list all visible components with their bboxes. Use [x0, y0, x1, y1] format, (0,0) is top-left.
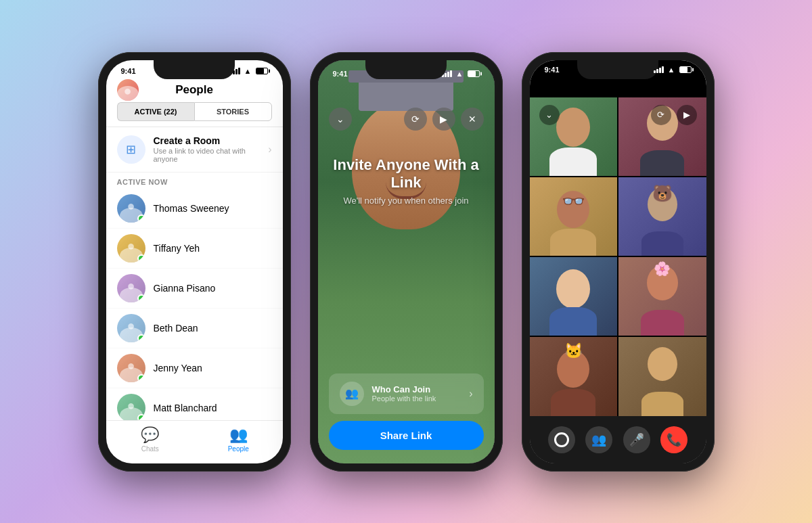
contact-item[interactable]: Beth Dean: [106, 309, 283, 348]
invite-screen: 9:41 ▲: [318, 60, 495, 463]
camera-shutter-icon: [554, 432, 569, 447]
close-button[interactable]: ✕: [461, 108, 484, 131]
time-2: 9:41: [333, 70, 348, 78]
avatar-beth: [117, 314, 145, 342]
notch-2: [365, 60, 447, 79]
active-dot: [137, 214, 145, 223]
video-cell-4: [618, 177, 706, 256]
room-text: Create a Room Use a link to video chat w…: [154, 135, 261, 163]
people-screen: 9:41 ▲: [106, 60, 283, 463]
back-button[interactable]: ⌄: [329, 108, 352, 131]
invite-subtitle: We'll notify you when others join: [343, 196, 468, 206]
microphone-icon: 🎤: [629, 432, 644, 447]
contact-item[interactable]: Tiffany Yeh: [106, 229, 283, 269]
notch-1: [154, 60, 235, 79]
contact-name: Beth Dean: [154, 323, 198, 334]
tab-stories[interactable]: STORIES: [194, 102, 272, 121]
active-dot: [137, 294, 145, 302]
avatar-gianna: [117, 274, 145, 302]
end-call-icon: 📞: [667, 432, 681, 447]
battery-icon: [256, 68, 268, 74]
phone-1: 9:41 ▲: [98, 52, 291, 472]
tab-row: ACTIVE (22) STORIES: [117, 102, 272, 121]
status-icons-3: ▲: [654, 66, 692, 74]
contact-name: Gianna Pisano: [154, 283, 216, 294]
invite-overlay: 9:41 ▲: [318, 60, 495, 463]
active-dot: [137, 374, 145, 382]
chevron-down-icon: ⌄: [336, 114, 344, 124]
video-cell-6: [618, 257, 706, 336]
create-room-item[interactable]: ⊞ Create a Room Use a link to video chat…: [106, 127, 283, 173]
people-icon-call: 👥: [591, 432, 606, 447]
close-icon: ✕: [468, 114, 476, 124]
who-can-join[interactable]: 👥 Who Can Join People with the link ›: [329, 373, 484, 414]
battery-icon-3: [679, 66, 692, 73]
people-icon: 👥: [229, 426, 248, 444]
active-dot: [137, 254, 145, 263]
time-1: 9:41: [121, 67, 136, 75]
call-controls: 👥 🎤 📞: [530, 416, 706, 463]
join-text: Who Can Join People with the link: [372, 384, 461, 403]
video-grid: [530, 97, 706, 416]
phone-3: 9:41 ▲ ⌄: [522, 52, 715, 472]
phone-2: 9:41 ▲: [310, 52, 503, 472]
end-call-button[interactable]: 📞: [660, 426, 687, 453]
video-icon: ▶: [440, 114, 447, 124]
share-link-button[interactable]: Share Link: [329, 421, 484, 450]
chats-label: Chats: [141, 445, 159, 453]
join-subtitle: People with the link: [372, 394, 461, 403]
video-cell-1: [530, 97, 618, 176]
top-btn-row: ⟳ ▶ ✕: [404, 108, 484, 131]
chevron-icon: ›: [268, 143, 271, 156]
people-header: People ACTIVE (22) STORIES: [106, 78, 283, 127]
people-list: ⊞ Create a Room Use a link to video chat…: [106, 127, 283, 420]
contact-name: Thomas Sweeney: [154, 203, 229, 214]
user-avatar[interactable]: [117, 79, 139, 101]
tab-active[interactable]: ACTIVE (22): [117, 102, 194, 121]
room-subtitle: Use a link to video chat with anyone: [154, 147, 261, 163]
contact-name: Jenny Yean: [154, 363, 202, 373]
chats-icon: 💬: [141, 426, 159, 444]
status-icons-2: ▲: [442, 70, 480, 78]
phone-1-screen: 9:41 ▲: [106, 60, 283, 463]
invite-bottom: 👥 Who Can Join People with the link › Sh…: [318, 365, 495, 463]
invite-text-area: Invite Anyone With a Link We'll notify y…: [318, 136, 495, 365]
join-people-icon: 👥: [340, 382, 364, 406]
camera-flip-icon: ⟳: [411, 114, 420, 124]
phone-3-screen: 9:41 ▲ ⌄: [530, 60, 706, 463]
section-label-active: ACTIVE NOW: [106, 173, 283, 189]
video-call-screen: 9:41 ▲ ⌄: [530, 60, 706, 463]
wifi-icon-2: ▲: [456, 70, 464, 78]
nav-people[interactable]: 👥 People: [194, 426, 283, 453]
contact-item[interactable]: Gianna Pisano: [106, 269, 283, 309]
contact-name: Matt Blanchard: [154, 403, 217, 413]
invite-top-bar: ⌄ ⟳ ▶ ✕: [318, 81, 495, 136]
video-button[interactable]: ▶: [432, 108, 455, 131]
avatar-matt: [117, 394, 145, 420]
contact-item[interactable]: Jenny Yean: [106, 348, 283, 388]
contact-item[interactable]: Thomas Sweeney: [106, 189, 283, 229]
video-cell-2: [618, 97, 706, 176]
contact-item[interactable]: Matt Blanchard: [106, 388, 283, 420]
video-cell-7: [530, 337, 618, 415]
room-icon: ⊞: [117, 135, 145, 164]
active-dot: [137, 414, 145, 420]
time-3: 9:41: [545, 66, 560, 74]
nav-chats[interactable]: 💬 Chats: [106, 426, 195, 453]
page-title: People: [175, 83, 213, 97]
invite-title: Invite Anyone With a Link: [318, 156, 495, 192]
mute-button[interactable]: 🎤: [623, 426, 650, 453]
battery-icon-2: [468, 70, 480, 77]
avatar-jenny: [117, 354, 145, 382]
video-cell-5: [530, 257, 618, 336]
phone-2-screen: 9:41 ▲: [318, 60, 495, 463]
wifi-icon: ▲: [244, 67, 252, 75]
wifi-icon-3: ▲: [668, 66, 675, 74]
camera-flip-button[interactable]: ⟳: [404, 108, 427, 131]
notch-3: [577, 60, 658, 79]
people-button[interactable]: 👥: [585, 426, 612, 453]
join-title: Who Can Join: [372, 384, 461, 394]
people-label: People: [228, 445, 249, 453]
chevron-right-icon: ›: [469, 388, 472, 400]
shutter-button[interactable]: [548, 426, 575, 453]
